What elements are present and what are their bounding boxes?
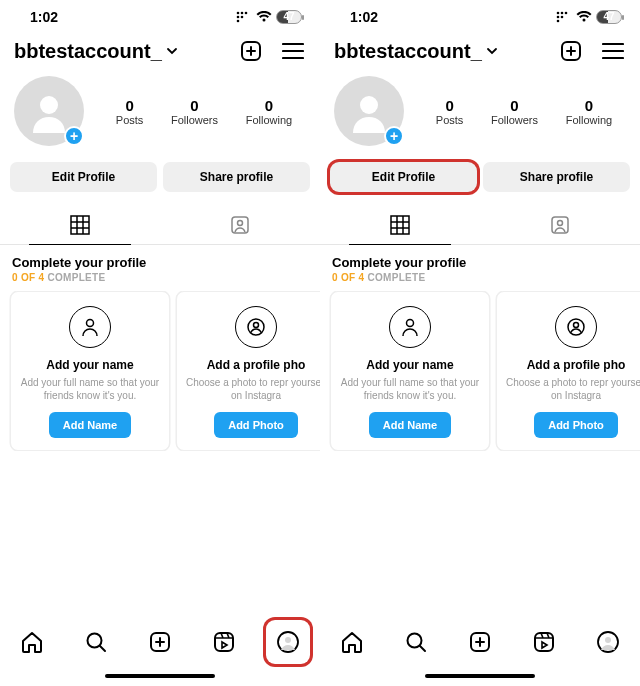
nav-home[interactable]	[10, 620, 54, 664]
svg-point-7	[40, 96, 58, 114]
add-name-button[interactable]: Add Name	[369, 412, 451, 438]
stat-posts[interactable]: 0 Posts	[116, 97, 144, 126]
onboarding-cards: Add your name Add your full name so that…	[0, 291, 320, 451]
add-photo-button[interactable]: Add Photo	[214, 412, 298, 438]
profile-header: bbtestaccount_	[0, 34, 320, 70]
svg-point-0	[237, 12, 240, 15]
card-title: Add your name	[46, 358, 133, 372]
edit-profile-button[interactable]: Edit Profile	[330, 162, 477, 192]
add-story-badge[interactable]: +	[64, 126, 84, 146]
hamburger-menu-icon[interactable]	[280, 38, 306, 64]
profile-avatar-icon	[276, 630, 300, 654]
phone-left: 1:02 47 bbtestaccount_	[0, 0, 320, 686]
svg-point-19	[557, 12, 560, 15]
stat-posts[interactable]: 0 Posts	[436, 97, 464, 126]
person-icon	[389, 306, 431, 348]
username-dropdown[interactable]: bbtestaccount_	[14, 40, 178, 63]
svg-point-37	[605, 637, 611, 643]
svg-point-3	[237, 16, 240, 19]
svg-point-1	[241, 12, 244, 15]
svg-point-29	[558, 221, 563, 226]
person-icon	[69, 306, 111, 348]
chevron-down-icon	[166, 45, 178, 57]
home-icon	[340, 630, 364, 654]
share-profile-button[interactable]: Share profile	[163, 162, 310, 192]
card-desc: Add your full name so that your friends …	[339, 376, 481, 402]
nav-search[interactable]	[394, 620, 438, 664]
stat-followers[interactable]: 0 Followers	[491, 97, 538, 126]
nav-create[interactable]	[458, 620, 502, 664]
plus-square-icon	[148, 630, 172, 654]
tagged-tab[interactable]	[480, 206, 640, 244]
svg-point-26	[360, 96, 378, 114]
avatar-placeholder-icon	[25, 87, 73, 135]
svg-point-13	[254, 323, 259, 328]
add-name-button[interactable]: Add Name	[49, 412, 131, 438]
profile-photo-icon	[235, 306, 277, 348]
avatar[interactable]: +	[334, 76, 404, 146]
tagged-tab[interactable]	[160, 206, 320, 244]
battery-icon: 47	[276, 10, 302, 24]
home-indicator	[105, 674, 215, 678]
svg-point-22	[557, 16, 560, 19]
nav-reels[interactable]	[522, 620, 566, 664]
search-icon	[84, 630, 108, 654]
svg-point-24	[557, 20, 560, 23]
nav-reels[interactable]	[202, 620, 246, 664]
nav-create[interactable]	[138, 620, 182, 664]
nav-profile[interactable]	[586, 620, 630, 664]
card-title: Add a profile pho	[207, 358, 306, 372]
svg-point-5	[237, 20, 240, 23]
reels-icon	[212, 630, 236, 654]
profile-photo-icon	[555, 306, 597, 348]
svg-point-4	[241, 16, 244, 19]
username-text: bbtestaccount_	[334, 40, 482, 63]
grid-tab[interactable]	[320, 206, 480, 244]
svg-point-21	[565, 12, 568, 15]
complete-profile-title: Complete your profile	[0, 245, 320, 272]
nav-search[interactable]	[74, 620, 118, 664]
nav-profile[interactable]	[266, 620, 310, 664]
card-add-photo: Add a profile pho Choose a photo to repr…	[496, 291, 640, 451]
card-add-name: Add your name Add your full name so that…	[330, 291, 490, 451]
avatar[interactable]: +	[14, 76, 84, 146]
username-text: bbtestaccount_	[14, 40, 162, 63]
svg-point-18	[285, 637, 291, 643]
profile-header: bbtestaccount_	[320, 34, 640, 70]
profile-tabs	[320, 206, 640, 245]
profile-summary: + 0 Posts 0 Followers 0 Following	[320, 70, 640, 154]
chevron-down-icon	[486, 45, 498, 57]
svg-point-20	[561, 12, 564, 15]
complete-profile-title: Complete your profile	[320, 245, 640, 272]
home-indicator	[425, 674, 535, 678]
svg-point-10	[238, 221, 243, 226]
grid-tab[interactable]	[0, 206, 160, 244]
svg-rect-8	[71, 216, 89, 234]
status-bar: 1:02 47	[0, 0, 320, 34]
cellular-icon	[236, 11, 252, 23]
battery-icon: 47	[596, 10, 622, 24]
add-story-badge[interactable]: +	[384, 126, 404, 146]
add-photo-button[interactable]: Add Photo	[534, 412, 618, 438]
grid-icon	[390, 215, 410, 235]
stat-followers[interactable]: 0 Followers	[171, 97, 218, 126]
card-desc: Add your full name so that your friends …	[19, 376, 161, 402]
card-title: Add a profile pho	[527, 358, 626, 372]
home-icon	[20, 630, 44, 654]
share-profile-button[interactable]: Share profile	[483, 162, 630, 192]
nav-home[interactable]	[330, 620, 374, 664]
create-post-icon[interactable]	[558, 38, 584, 64]
create-post-icon[interactable]	[238, 38, 264, 64]
svg-point-30	[407, 320, 414, 327]
status-time: 1:02	[350, 9, 378, 25]
edit-profile-button[interactable]: Edit Profile	[10, 162, 157, 192]
stat-following[interactable]: 0 Following	[566, 97, 612, 126]
stat-following[interactable]: 0 Following	[246, 97, 292, 126]
phone-right: 1:02 47 bbtestaccount_	[320, 0, 640, 686]
card-desc: Choose a photo to repr yourself on Insta…	[505, 376, 640, 402]
username-dropdown[interactable]: bbtestaccount_	[334, 40, 498, 63]
card-title: Add your name	[366, 358, 453, 372]
hamburger-menu-icon[interactable]	[600, 38, 626, 64]
svg-rect-27	[391, 216, 409, 234]
status-bar: 1:02 47	[320, 0, 640, 34]
